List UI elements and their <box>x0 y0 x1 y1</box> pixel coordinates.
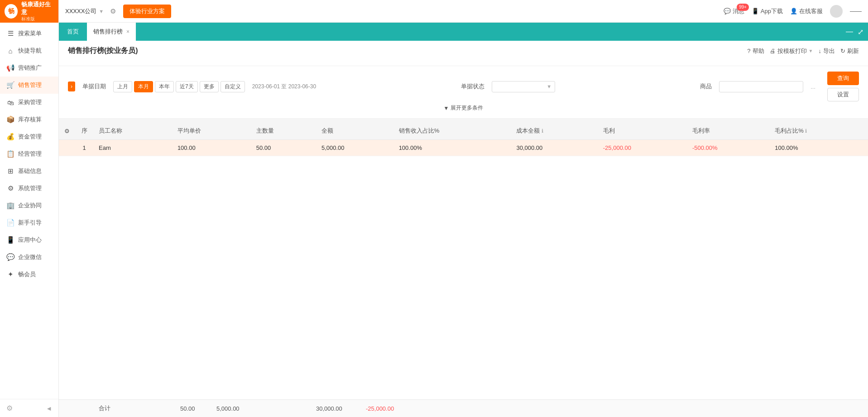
sidebar-item-search-order[interactable]: ☰搜索菜单 <box>0 25 58 42</box>
sidebar-item-capital[interactable]: 💰资金管理 <box>0 128 58 145</box>
user-avatar[interactable] <box>830 5 843 18</box>
date-btn-7days[interactable]: 近7天 <box>176 81 198 92</box>
date-btn-this-month[interactable]: 本月 <box>134 81 153 92</box>
filter-expand-btn[interactable]: › <box>68 81 75 91</box>
capital-label: 资金管理 <box>18 133 42 141</box>
gross-pct-info-icon[interactable]: ℹ <box>805 128 807 134</box>
settings-btn[interactable]: 设置 <box>827 88 859 101</box>
sidebar-item-basic[interactable]: ⊞基础信息 <box>0 163 58 180</box>
member-label: 畅会员 <box>18 270 36 278</box>
online-service-icon: 👤 <box>790 8 797 14</box>
help-icon: ? <box>747 48 750 54</box>
inventory-icon: 📦 <box>6 115 14 124</box>
sidebar-logo: 畅 畅康通好生意 标准版 <box>0 0 58 23</box>
row-rank: 1 <box>75 140 93 156</box>
query-btn[interactable]: 查询 <box>827 72 859 85</box>
print-label: 按模板打印 <box>777 47 807 55</box>
expand-more-label: 展开更多条件 <box>451 104 483 112</box>
collab-icon: 🏢 <box>6 201 14 210</box>
tab-maximize-icon[interactable]: ⤢ <box>858 28 863 36</box>
system-icon: ⚙ <box>6 184 14 192</box>
sidebar-collapse-icon[interactable]: ◄ <box>46 405 52 412</box>
main: XXXXX公司 ▼ ⚙ 体验行业方案 💬 消息 99+ 📱 App下载 👤 在线… <box>59 0 868 417</box>
th-gross: 毛利 <box>598 122 687 140</box>
app-download-icon: 📱 <box>752 8 759 14</box>
expand-more-icon: ▼ <box>444 105 449 111</box>
date-btn-last-month[interactable]: 上月 <box>113 81 132 92</box>
expand-more-btn[interactable]: ▼ 展开更多条件 <box>444 104 484 112</box>
basic-label: 基础信息 <box>18 167 42 175</box>
filter-row-1: › 单据日期 上月 本月 本年 近7天 更多 自定义 2023-06-01 至 … <box>68 72 859 101</box>
refresh-label: 刷新 <box>847 47 859 55</box>
sidebar-item-inventory[interactable]: 📦库存核算 <box>0 111 58 128</box>
status-select[interactable] <box>492 81 555 92</box>
th-amount: 全额 <box>316 122 393 140</box>
date-label: 单据日期 <box>82 82 106 91</box>
th-cost: 成本全额 ℹ <box>511 122 597 140</box>
sidebar-item-collab[interactable]: 🏢企业协同 <box>0 197 58 214</box>
th-quantity: 主数量 <box>251 122 316 140</box>
inventory-label: 库存核算 <box>18 115 42 124</box>
logo-icon: 畅 <box>5 4 18 19</box>
footer-quantity: 50.00 <box>180 405 216 412</box>
th-name: 员工名称 <box>93 122 172 140</box>
sidebar-item-wechat[interactable]: 💬企业微信 <box>0 249 58 266</box>
content-area: 销售排行榜(按业务员) ? 帮助 🖨 按模板打印 ▼ ↓ 导出 <box>59 41 868 417</box>
refresh-btn[interactable]: ↻ 刷新 <box>840 47 859 55</box>
row-settings <box>59 140 75 156</box>
message-btn[interactable]: 💬 消息 99+ <box>724 7 744 15</box>
date-range-display: 2023-06-01 至 2023-06-30 <box>252 83 316 91</box>
sidebar-item-sales[interactable]: 🛒销售管理 <box>0 77 58 94</box>
footer-label: 合计 <box>99 404 144 412</box>
row-cost: 30,000.00 <box>511 140 597 156</box>
print-btn[interactable]: 🖨 按模板打印 ▼ <box>770 47 813 55</box>
sidebar: 畅 畅康通好生意 标准版 ☰搜索菜单⌂快捷导航📢营销推广🛒销售管理🛍采购管理📦库… <box>0 0 59 417</box>
app-download-btn[interactable]: 📱 App下载 <box>752 7 783 15</box>
tab-minimize-icon[interactable]: — <box>846 28 853 36</box>
guide-icon: 📄 <box>6 219 14 227</box>
logo-title: 畅康通好生意 <box>21 1 54 16</box>
sidebar-item-apps[interactable]: 📱应用中心 <box>0 231 58 249</box>
help-btn[interactable]: ? 帮助 <box>747 47 764 55</box>
tab-sales-ranking[interactable]: 销售排行榜 × <box>87 23 136 41</box>
tab-close-icon[interactable]: × <box>126 29 129 35</box>
sidebar-item-ops[interactable]: 📋经营管理 <box>0 145 58 163</box>
apps-label: 应用中心 <box>18 236 42 244</box>
try-industry-btn[interactable]: 体验行业方案 <box>123 5 171 18</box>
wechat-icon: 💬 <box>6 253 14 261</box>
sidebar-settings-icon[interactable]: ⚙ <box>6 404 13 412</box>
online-service-label: 在线客服 <box>799 7 823 15</box>
goods-label: 商品 <box>700 82 712 91</box>
refresh-icon: ↻ <box>840 48 845 54</box>
date-btn-this-year[interactable]: 本年 <box>155 81 174 92</box>
quick-nav-label: 快捷导航 <box>18 47 42 55</box>
table-body: 1 Eam 100.00 50.00 5,000.00 100.00% 30,0… <box>59 140 868 156</box>
cost-info-icon[interactable]: ℹ <box>542 128 543 134</box>
goods-more-icon[interactable]: ... <box>810 83 815 90</box>
date-btn-more[interactable]: 更多 <box>200 81 219 92</box>
sidebar-item-member[interactable]: ✦畅会员 <box>0 266 58 283</box>
online-service-btn[interactable]: 👤 在线客服 <box>790 7 823 15</box>
message-icon: 💬 <box>724 8 731 14</box>
topbar-settings-icon[interactable]: ⚙ <box>110 7 116 15</box>
purchase-label: 采购管理 <box>18 98 42 106</box>
home-tab-label: 首页 <box>67 28 79 36</box>
quick-nav-icon: ⌂ <box>6 47 14 55</box>
app-download-label: App下载 <box>761 7 783 15</box>
logo-text: 畅康通好生意 标准版 <box>21 1 54 22</box>
sidebar-item-guide[interactable]: 📄新手引导 <box>0 214 58 231</box>
goods-input[interactable] <box>719 81 803 92</box>
sidebar-item-marketing[interactable]: 📢营销推广 <box>0 59 58 77</box>
sidebar-item-purchase[interactable]: 🛍采购管理 <box>0 94 58 111</box>
sidebar-item-quick-nav[interactable]: ⌂快捷导航 <box>0 42 58 59</box>
tab-home[interactable]: 首页 <box>59 23 87 41</box>
purchase-icon: 🛍 <box>6 99 14 106</box>
company-name: XXXXX公司 <box>65 7 96 15</box>
sidebar-item-system[interactable]: ⚙系统管理 <box>0 180 58 197</box>
th-settings[interactable]: ⚙ <box>59 122 75 140</box>
export-btn[interactable]: ↓ 导出 <box>819 47 835 55</box>
row-gross-rate: -500.00% <box>687 140 769 156</box>
company-selector[interactable]: XXXXX公司 ▼ <box>65 7 104 15</box>
main-table: ⚙ 序 员工名称 平均单价 主数量 全额 销售收入占比% 成本全额 ℹ 毛利 毛… <box>59 122 868 156</box>
date-btn-custom[interactable]: 自定义 <box>221 81 245 92</box>
